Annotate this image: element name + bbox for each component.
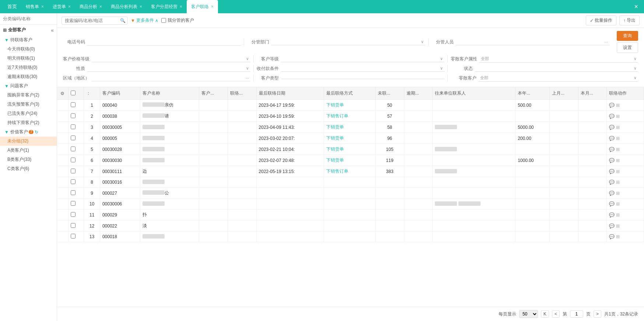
close-tab-product-analysis-list[interactable]: ×	[140, 4, 142, 9]
row-checkbox[interactable]	[71, 212, 75, 217]
th-code[interactable]: 客户编码	[100, 87, 140, 100]
row-checkbox[interactable]	[71, 190, 75, 195]
all-customers-section[interactable]: ⊞ 全部客户 «	[0, 25, 57, 35]
filter-search-input[interactable]	[65, 18, 120, 23]
qr-icon[interactable]: ⊞	[616, 169, 620, 174]
qr-icon[interactable]: ⊞	[616, 158, 620, 163]
msg-icon[interactable]: 💬	[609, 180, 615, 185]
refresh-icon[interactable]: ↻	[35, 130, 38, 135]
qr-icon[interactable]: ⊞	[616, 114, 620, 119]
phone-input[interactable]	[87, 39, 241, 46]
sidebar-item-class-b[interactable]: B类客户(33)	[0, 155, 57, 164]
qr-icon[interactable]: ⊞	[616, 212, 620, 218]
qr-icon[interactable]: ⊞	[616, 147, 620, 152]
next-page-btn[interactable]: >	[594, 310, 601, 318]
my-customers-check[interactable]	[161, 18, 166, 23]
last-method-link[interactable]: 下销货单	[326, 158, 344, 163]
sidebar-item-overdue[interactable]: 逾期未联络(30)	[0, 72, 57, 81]
last-method-link[interactable]: 下销货单	[326, 102, 344, 107]
msg-icon[interactable]: 💬	[609, 169, 615, 174]
th-last-date[interactable]: 最后联络日期	[256, 87, 324, 100]
td-checkbox[interactable]	[68, 199, 84, 209]
sidebar-item-class-c[interactable]: C类客户(6)	[0, 164, 57, 173]
tab-product-analysis[interactable]: 商品分析 ×	[75, 0, 106, 13]
qr-icon[interactable]: ⊞	[616, 223, 620, 229]
th-year[interactable]: 本年...	[515, 87, 550, 100]
sidebar-item-abnormal[interactable]: 囤购异常客户(2)	[0, 91, 57, 100]
sidebar-item-ungrouped[interactable]: 未分组(32)	[0, 137, 57, 146]
td-checkbox[interactable]	[68, 155, 84, 166]
last-method-link[interactable]: 下销售订单	[326, 113, 348, 119]
qr-icon[interactable]: ⊞	[616, 125, 620, 130]
th-c4[interactable]: 联络...	[228, 87, 257, 100]
th-contact-person[interactable]: 往来单位联系人	[433, 87, 515, 100]
msg-icon[interactable]: 💬	[609, 191, 615, 196]
close-tab-customer-contact[interactable]: ×	[211, 4, 214, 9]
collapse-sidebar-btn[interactable]: «	[51, 27, 54, 33]
th-name[interactable]: 客户名称	[140, 87, 199, 100]
sidebar-item-today[interactable]: 今天待联络(0)	[0, 45, 57, 54]
close-tab-sales[interactable]: ×	[41, 4, 44, 9]
msg-icon[interactable]: 💬	[609, 136, 615, 141]
last-method-link[interactable]: 下销货单	[326, 124, 344, 130]
msg-icon[interactable]: 💬	[609, 103, 615, 108]
close-tab-product-analysis[interactable]: ×	[99, 4, 102, 9]
qr-icon[interactable]: ⊞	[616, 191, 620, 196]
retail-cust-select[interactable]: 全部∨	[479, 74, 638, 82]
row-checkbox[interactable]	[71, 135, 75, 140]
export-btn[interactable]: ↑ 导出	[619, 15, 640, 25]
th-last-month[interactable]: 上月...	[550, 87, 578, 100]
sidebar-item-churned[interactable]: 已流失客户(24)	[0, 109, 57, 118]
prev-page-btn[interactable]: <	[552, 310, 560, 318]
th-unlinked[interactable]: 未联...	[376, 87, 404, 100]
status-select[interactable]: ∨	[475, 65, 638, 72]
td-checkbox[interactable]	[68, 122, 84, 133]
row-checkbox[interactable]	[71, 147, 75, 151]
batch-ops-btn[interactable]: ✓ 批量操作	[586, 15, 616, 25]
last-method-link[interactable]: 下销货单	[326, 147, 344, 152]
td-checkbox[interactable]	[68, 221, 84, 232]
td-checkbox[interactable]	[68, 232, 84, 242]
msg-icon[interactable]: 💬	[609, 234, 615, 239]
payment-select[interactable]: ∨	[281, 65, 444, 72]
msg-icon[interactable]: 💬	[609, 125, 615, 130]
sidebar-item-tomorrow[interactable]: 明天待联络(1)	[0, 54, 57, 63]
qr-icon[interactable]: ⊞	[616, 180, 620, 185]
td-checkbox[interactable]	[68, 133, 84, 144]
close-tab-customer-segment[interactable]: ×	[180, 4, 182, 9]
msg-icon[interactable]: 💬	[609, 201, 615, 207]
filter-search-icon[interactable]: 🔍	[120, 18, 126, 23]
td-checkbox[interactable]	[68, 100, 84, 111]
qr-icon[interactable]: ⊞	[616, 234, 620, 239]
price-level-select[interactable]: ∨	[92, 56, 250, 62]
sidebar-item-class-a[interactable]: A类客户(1)	[0, 146, 57, 155]
td-checkbox[interactable]	[68, 144, 84, 155]
msg-icon[interactable]: 💬	[609, 212, 615, 218]
row-checkbox[interactable]	[71, 158, 75, 162]
th-this-month[interactable]: 本月...	[578, 87, 607, 100]
th-checkbox[interactable]	[68, 87, 84, 100]
per-page-select[interactable]: 50 20 100	[519, 310, 538, 318]
first-page-btn[interactable]: K	[541, 310, 549, 318]
td-checkbox[interactable]	[68, 209, 84, 221]
td-checkbox[interactable]	[68, 111, 84, 122]
tab-customer-segment[interactable]: 客户分层经营 ×	[147, 0, 187, 13]
settings-icon[interactable]: ⚙	[60, 91, 64, 96]
qr-icon[interactable]: ⊞	[616, 201, 620, 207]
mgr-select[interactable]: ···	[456, 39, 609, 45]
sidebar-search-input[interactable]	[3, 16, 57, 21]
page-number-input[interactable]	[570, 310, 583, 318]
last-method-link[interactable]: 下销货单	[326, 135, 344, 141]
region-select[interactable]: ···	[92, 75, 250, 81]
cust-type-select[interactable]	[281, 77, 444, 79]
select-all-checkbox[interactable]	[71, 91, 75, 95]
msg-icon[interactable]: 💬	[609, 223, 615, 229]
sidebar-item-7days[interactable]: 近7天待联络(0)	[0, 63, 57, 72]
home-tab[interactable]: 首页	[3, 3, 21, 10]
cust-level-select[interactable]: ∨	[281, 56, 444, 62]
sidebar-group-pending[interactable]: ▼ 待联络客户	[0, 35, 57, 45]
row-checkbox[interactable]	[71, 223, 75, 228]
th-overdue[interactable]: 逾期...	[404, 87, 433, 100]
td-checkbox[interactable]	[68, 177, 84, 188]
row-checkbox[interactable]	[71, 234, 75, 239]
